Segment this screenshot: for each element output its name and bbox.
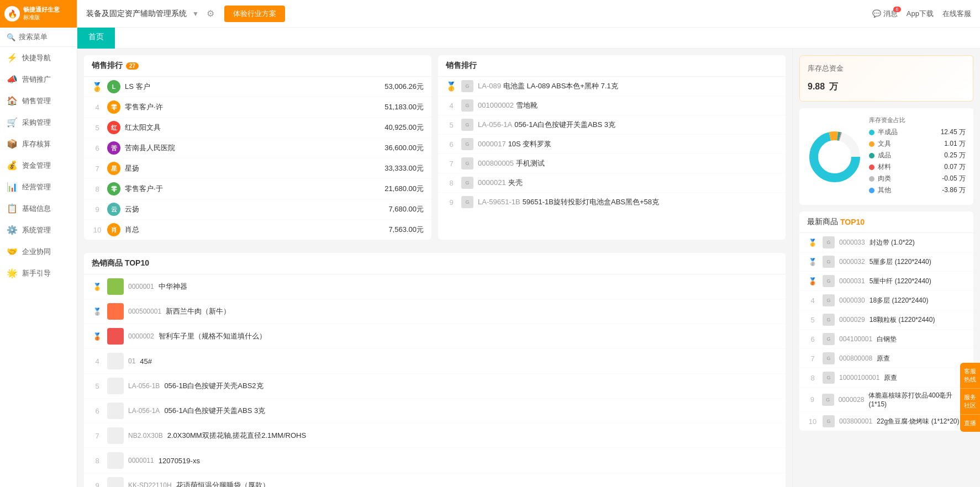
hot-product-row: 🥈 000500001 新西兰牛肉（新牛） [84,299,786,324]
marketing-icon: 📣 [7,74,18,84]
sidebar-item-marketing[interactable]: 📣 营销推广 [0,68,77,90]
sidebar-item-basics[interactable]: 📋 基础信息 [0,198,77,219]
legend-value: -3.86 万 [942,186,966,195]
avatar: 零 [107,100,120,114]
product-thumbnail [107,477,124,487]
product-thumbnail: G [823,236,835,248]
hot-product-row: 7 NB2.0X30B 2.0X30MM双搓花轴,搓花直径2.1MM/ROHS [84,424,786,448]
avatar: 零 [107,182,120,195]
sales-amount: 33,333.00元 [384,163,424,173]
trial-btn[interactable]: 体验行业方案 [224,6,285,22]
legend-label: 半成品 [878,128,898,137]
sidebar-item-operations[interactable]: 📊 经营管理 [0,176,77,198]
medal-icon: 🥇 [92,283,103,291]
product-info: LA-089电池盖 LA-089 ABS本色+黑种 7.1克 [478,81,778,91]
message-badge[interactable]: 💬 消息 6 [872,9,898,19]
float-btn-live[interactable]: 直播 [960,415,980,432]
float-btn-community[interactable]: 服务社区 [960,389,980,415]
rank-number: 10 [92,226,103,234]
product-name: 12070519-xs [159,457,200,465]
ranking-row: 10 肖 肖总 7,563.00元 [84,220,431,240]
rank-number: 4 [92,103,103,112]
rank-number: 7 [446,160,457,168]
right-panel: 库存总资金 9.88 万 [792,49,980,487]
sidebar-sales-label: 销售管理 [22,96,51,106]
newest-product-row: 7 G 000800008 原查 [799,349,973,368]
sidebar-item-quicknav[interactable]: ⚡ 快捷导航 [0,47,77,68]
rank-number: 5 [92,124,103,132]
tab-home[interactable]: 首页 [77,28,115,49]
sidebar-marketing-label: 营销推广 [22,75,51,84]
newest-products-list: 🥇 G 0000033 封边带 (1.0*22) 🥈 G 0000032 5厘多… [799,233,973,431]
settings-icon[interactable]: ⚙ [207,8,214,19]
medal-icon: 🥇 [807,239,818,247]
hot-products-header: 热销商品 TOP10 [84,253,786,274]
newest-products-top10: TOP10 [840,218,865,226]
product-name: 白钢垫 [877,335,897,344]
rank-number: 5 [807,316,818,324]
sidebar-item-system[interactable]: ⚙️ 系统管理 [0,219,77,241]
tab-home-label: 首页 [88,32,104,42]
legend-value: -0.05 万 [942,174,966,183]
legend-dot [869,165,874,170]
sidebar-coop-label: 企业协同 [22,247,51,257]
sidebar-quicknav-label: 快捷导航 [22,53,51,63]
sidebar-item-guide[interactable]: 🌟 新手引导 [0,262,77,284]
rank-number: 8 [446,179,457,187]
hot-product-row: 5 LA-056-1B 056-1B白色按键开关壳ABS2克 [84,374,786,399]
legend-item: 肉类 -0.05 万 [869,174,966,183]
hot-products-title: 热销商品 TOP10 [92,258,149,267]
main-area: 装备及固定资产辅助管理系统 ▼ ⚙ 体验行业方案 💬 消息 6 App下载 在线… [77,0,980,487]
sidebar-item-sales[interactable]: 🏠 销售管理 [0,90,77,112]
online-service-link[interactable]: 在线客服 [942,9,971,19]
newest-product-row: 6 G 004100001 白钢垫 [799,330,973,349]
rank-number: 9 [446,198,457,207]
sidebar-item-inventory[interactable]: 📦 库存核算 [0,133,77,155]
rank-number: 5 [446,121,457,129]
avatar: 肖 [107,223,120,236]
product-ranking-row: 5 G LA-056-1A056-1A白色按键开关盖ABS 3克 [438,115,786,135]
inventory-value: 9.88 万 [808,76,965,93]
message-icon: 💬 [872,9,881,18]
legend-item: 半成品 12.45 万 [869,128,966,137]
product-ranking-row: 6 G 000001710S 变料罗浆 [438,135,786,154]
product-img: G [461,196,473,208]
hot-product-row: 🥉 0000002 智利车子里（规格不知道填什么） [84,324,786,349]
medal-icon: 🥉 [807,277,818,285]
rank-number: 7 [92,432,103,440]
product-name: 原查 [877,354,890,363]
product-code: 0000030 [839,297,865,304]
app-download-link[interactable]: App下载 [907,9,934,19]
product-name: 中华神器 [159,282,187,292]
sales-amount: 21,680.00元 [384,184,424,194]
dropdown-arrow-icon[interactable]: ▼ [192,10,199,18]
sidebar-item-finance[interactable]: 💰 资金管理 [0,155,77,176]
sidebar-inventory-label: 库存核算 [22,139,51,149]
newest-product-row: 8 G 10000100001 原查 [799,368,973,388]
legend-dot [869,130,874,135]
product-ranking-panel: 销售排行 🥇 G LA-089电池盖 LA-089 ABS本色+黑种 7.1克 … [438,55,786,240]
legend-value: 0.07 万 [944,162,966,172]
newest-product-row: 4 G 0000030 18多层 (1220*2440) [799,291,973,310]
float-btn-hotline[interactable]: 客服热线 [960,363,980,389]
finance-icon: 💰 [7,160,18,171]
product-code: KK-SD22110H [128,481,172,487]
sidebar-item-coop[interactable]: 🤝 企业协同 [0,241,77,262]
rank-number: 6 [446,140,457,149]
panel-area: 销售排行 27 🥇 L LS 客户 53,006.26元 4 零 零售客户·许 … [77,49,792,487]
sidebar-item-search[interactable]: 🔍 搜索菜单 [0,28,77,47]
product-img: G [461,80,473,92]
product-thumbnail [107,303,124,320]
product-thumbnail [107,278,124,295]
legend-value: 1.01 万 [944,139,966,149]
rank-number: 6 [807,335,818,343]
sidebar-item-purchase[interactable]: 🛒 采购管理 [0,112,77,133]
product-name: 原查 [884,373,897,383]
inventory-summary: 库存总资金 9.88 万 [799,55,973,102]
product-info: 000001710S 变料罗浆 [478,139,778,149]
product-name: 2.0X30MM双搓花轴,搓花直径2.1MM/ROHS [167,431,306,441]
product-info: 0000021夹壳 [478,178,778,188]
product-img: G [461,119,473,131]
product-thumbnail [107,427,124,444]
sales-amount: 36,600.00元 [384,143,424,153]
